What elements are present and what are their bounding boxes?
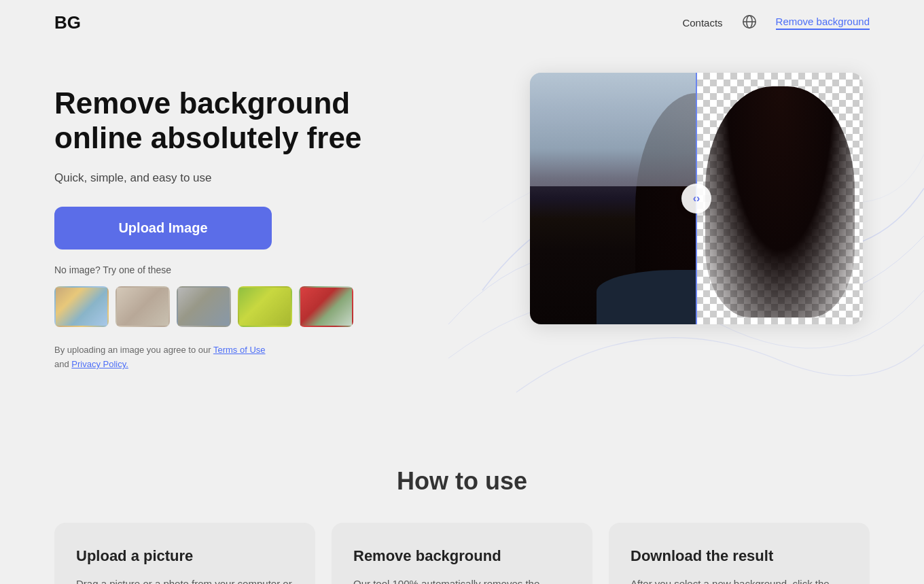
terms-text: By uploading an image you agree to our T… (54, 343, 380, 372)
sample-image-3[interactable] (177, 286, 231, 327)
hero-left: Remove background online absolutely free… (54, 73, 380, 372)
image-comparison-widget[interactable]: ‹› (530, 73, 863, 324)
comparison-handle-arrows: ‹› (693, 192, 700, 205)
hero-title: Remove background online absolutely free (54, 86, 380, 155)
hero-subtitle: Quick, simple, and easy to use (54, 171, 380, 185)
remove-background-nav-link[interactable]: Remove background (776, 16, 870, 30)
step-2-desc: Our tool 100% automatically removes the … (353, 576, 571, 584)
navbar: BG Contacts Remove background (0, 0, 924, 46)
comparison-slider-handle[interactable]: ‹› (681, 184, 711, 213)
original-image-half (530, 73, 696, 324)
terms-prefix: By uploading an image you agree to our (54, 345, 213, 355)
site-logo[interactable]: BG (54, 12, 81, 33)
step-2-title: Remove background (353, 547, 571, 565)
privacy-policy-link[interactable]: Privacy Policy. (71, 359, 128, 369)
sample-image-5[interactable] (299, 286, 353, 327)
nav-right: Contacts Remove background (682, 14, 870, 32)
transparent-image-half (696, 73, 863, 324)
hero-right: ‹› (530, 73, 870, 324)
step-card-2: Remove background Our tool 100% automati… (332, 523, 592, 584)
no-image-text: No image? Try one of these (54, 264, 380, 275)
terms-of-use-link[interactable]: Terms of Use (213, 345, 266, 355)
upload-image-button[interactable]: Upload Image (54, 207, 272, 250)
steps-grid: Upload a picture Drag a picture or a pho… (54, 523, 870, 584)
step-1-title: Upload a picture (76, 547, 294, 565)
step-3-title: Download the result (630, 547, 848, 565)
how-to-use-section: How to use Upload a picture Drag a pictu… (0, 440, 924, 584)
sample-image-1[interactable] (54, 286, 109, 327)
terms-and: and (54, 359, 69, 369)
sample-image-2[interactable] (116, 286, 170, 327)
step-card-3: Download the result After you select a n… (609, 523, 870, 584)
step-3-desc: After you select a new background, click… (630, 576, 848, 584)
sample-image-4[interactable] (238, 286, 292, 327)
hero-section: Remove background online absolutely free… (0, 46, 924, 440)
how-to-use-title: How to use (54, 467, 870, 496)
globe-icon[interactable] (742, 14, 757, 32)
sample-images-row (54, 286, 380, 327)
contacts-link[interactable]: Contacts (682, 17, 722, 29)
step-card-1: Upload a picture Drag a picture or a pho… (54, 523, 315, 584)
step-1-desc: Drag a picture or a photo from your comp… (76, 576, 294, 584)
